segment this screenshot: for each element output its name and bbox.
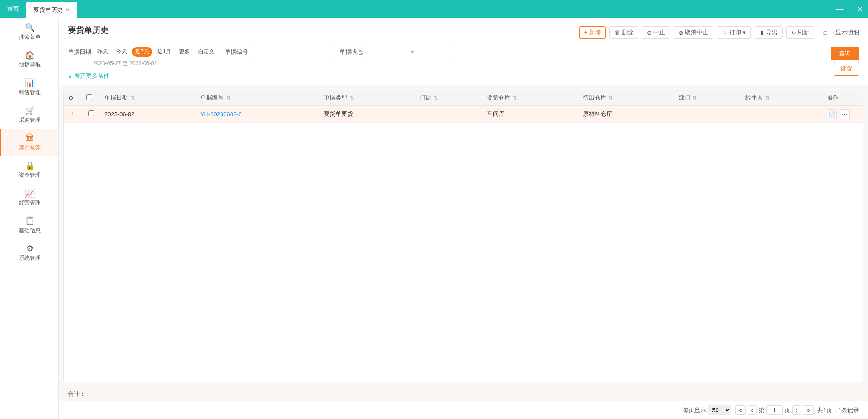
sort-billtype-icon: ⇅	[350, 95, 354, 100]
row-edit-btn[interactable]: 📄	[827, 109, 837, 119]
date-options: 昨天 今天 近7天 近1月 更多 自定义	[94, 47, 217, 57]
filter-actions: 查询 设置	[831, 47, 859, 76]
sidebar-item-shortcut[interactable]: 🏠 快捷导航	[0, 46, 58, 73]
sidebar-item-finance[interactable]: 🔒 资金管理	[0, 156, 58, 184]
export-icon: ⬆	[760, 29, 764, 36]
sort-handler-icon: ⇅	[765, 95, 769, 100]
delete-button[interactable]: 🗑 删除	[609, 26, 638, 39]
sidebar-item-label: 快捷导航	[19, 61, 41, 69]
cell-bill-no[interactable]: YH-20230602-0	[196, 106, 320, 123]
row-checkbox[interactable]	[88, 110, 94, 116]
inventory-icon: 🏛	[26, 134, 34, 142]
page-size-dropdown[interactable]: 10 20 50 100	[708, 405, 731, 415]
maximize-btn[interactable]: □	[848, 5, 852, 13]
sort-date-icon: ⇅	[131, 95, 135, 100]
cell-date: 2023-06-02	[100, 106, 196, 123]
tab-home[interactable]: 首页	[0, 0, 26, 18]
cell-req-warehouse: 车间库	[482, 106, 578, 123]
sidebar-item-search[interactable]: 🔍 搜索菜单	[0, 18, 58, 46]
purchase-icon: 🛒	[25, 106, 35, 114]
sort-dept-icon: ⇅	[693, 95, 697, 100]
cell-department	[674, 106, 741, 123]
query-button[interactable]: 查询	[831, 47, 859, 60]
page-goto-label: 第	[759, 406, 764, 414]
new-button[interactable]: + 新增	[579, 26, 606, 39]
prev-page-btn[interactable]: ‹	[748, 405, 757, 415]
sidebar-item-label: 系统管理	[19, 254, 41, 262]
col-bill-type[interactable]: 单据类型 ⇅	[319, 90, 415, 106]
col-handler[interactable]: 经手人 ⇅	[741, 90, 822, 106]
col-pending-warehouse[interactable]: 待出仓库 ⇅	[578, 90, 674, 106]
date-range-text: 2023-05-27 至 2023-06-02	[93, 60, 157, 67]
first-page-btn[interactable]: «	[735, 405, 745, 415]
expand-more-btn[interactable]: ∨ 展开更多条件	[68, 70, 826, 82]
status-label: 单据状态	[340, 48, 363, 56]
date-opt-today[interactable]: 今天	[113, 47, 130, 57]
status-select[interactable]: ▾	[366, 47, 456, 57]
sort-reqwh-icon: ⇅	[513, 95, 517, 100]
cancel-stop-button[interactable]: ⊘ 取消中止	[674, 26, 713, 39]
page-header: 要货单历史 + 新增 🗑 删除 ⊘ 中止 ⊘ 取消中止	[59, 18, 868, 42]
stop-icon: ⊘	[647, 29, 652, 36]
last-page-btn[interactable]: »	[803, 405, 813, 415]
operation-icon: 📈	[25, 189, 35, 197]
tab-yuhuo-history[interactable]: 要货单历史 ✕	[26, 2, 77, 18]
close-btn[interactable]: ✕	[857, 5, 863, 14]
search-icon: 🔍	[25, 24, 35, 32]
date-opt-more[interactable]: 更多	[176, 47, 193, 57]
settings-icon: ⚙	[68, 95, 74, 101]
next-page-btn[interactable]: ›	[792, 405, 801, 415]
col-settings[interactable]: ⚙	[64, 90, 82, 106]
filter-area: 单据日期 昨天 今天 近7天 近1月 更多 自定义 单据编号	[59, 42, 868, 85]
cancel-stop-icon: ⊘	[679, 29, 684, 36]
sidebar-item-sales[interactable]: 📊 销售管理	[0, 73, 58, 101]
tab-bar: 首页 要货单历史 ✕	[0, 0, 77, 18]
sidebar-item-label: 搜索菜单	[19, 33, 41, 41]
col-checkbox[interactable]	[82, 90, 100, 106]
sidebar-item-label: 销售管理	[19, 89, 41, 96]
sidebar-item-operation[interactable]: 📈 经营管理	[0, 184, 58, 211]
sort-pendwh-icon: ⇅	[609, 95, 613, 100]
filter-row-1: 单据日期 昨天 今天 近7天 近1月 更多 自定义 单据编号	[68, 47, 826, 57]
sidebar-item-inventory[interactable]: 🏛 库存核算	[0, 129, 58, 156]
date-opt-custom[interactable]: 自定义	[195, 47, 217, 57]
print-button[interactable]: 🖨 打印 ▾	[717, 26, 751, 39]
date-opt-yesterday[interactable]: 昨天	[94, 47, 111, 57]
stop-button[interactable]: ⊘ 中止	[642, 26, 670, 39]
content-area: 要货单历史 + 新增 🗑 删除 ⊘ 中止 ⊘ 取消中止	[59, 18, 868, 419]
cell-store	[415, 106, 482, 123]
display-detail-btn[interactable]: □ □ 显示明细	[824, 29, 859, 37]
sidebar-item-label: 经营管理	[19, 199, 41, 207]
expand-icon: ∨	[68, 73, 72, 80]
date-label: 单据日期	[68, 48, 91, 56]
sidebar-item-label: 采购管理	[19, 116, 41, 124]
page-size-select: 每页显示 10 20 50 100	[683, 405, 731, 415]
table-wrapper: ⚙ 单据日期 ⇅ 单据编号 ⇅	[63, 90, 863, 382]
col-req-warehouse[interactable]: 要货仓库 ⇅	[482, 90, 578, 106]
select-all-checkbox[interactable]	[86, 94, 92, 100]
filter-settings-button[interactable]: 设置	[834, 62, 859, 76]
bill-no-input[interactable]	[251, 47, 332, 57]
sort-billno-icon: ⇅	[226, 95, 231, 100]
page-number-input[interactable]	[766, 405, 783, 415]
date-opt-last-month[interactable]: 近1月	[154, 47, 175, 57]
date-opt-last7[interactable]: 近7天	[132, 47, 152, 57]
cell-operation: 📄 ⋯	[822, 106, 863, 123]
col-store[interactable]: 门店 ⇅	[415, 90, 482, 106]
export-button[interactable]: ⬆ 导出	[755, 26, 783, 39]
col-date[interactable]: 单据日期 ⇅	[100, 90, 196, 106]
row-more-btn[interactable]: ⋯	[840, 109, 850, 119]
minimize-btn[interactable]: —	[836, 5, 843, 13]
tab-close-icon[interactable]: ✕	[66, 7, 70, 13]
sidebar-item-basic[interactable]: 📋 基础信息	[0, 211, 58, 239]
row-checkbox-cell[interactable]	[82, 106, 100, 123]
sidebar-item-purchase[interactable]: 🛒 采购管理	[0, 101, 58, 129]
home-icon: 🏠	[25, 51, 35, 59]
bill-no-link[interactable]: YH-20230602-0	[200, 111, 242, 118]
col-operation: 操作	[822, 90, 863, 106]
cell-pending-warehouse: 原材料仓库	[578, 106, 674, 123]
refresh-button[interactable]: ↻ 刷新	[786, 26, 814, 39]
col-department[interactable]: 部门 ⇅	[674, 90, 741, 106]
sidebar-item-system[interactable]: ⚙ 系统管理	[0, 239, 58, 267]
col-bill-no[interactable]: 单据编号 ⇅	[196, 90, 320, 106]
